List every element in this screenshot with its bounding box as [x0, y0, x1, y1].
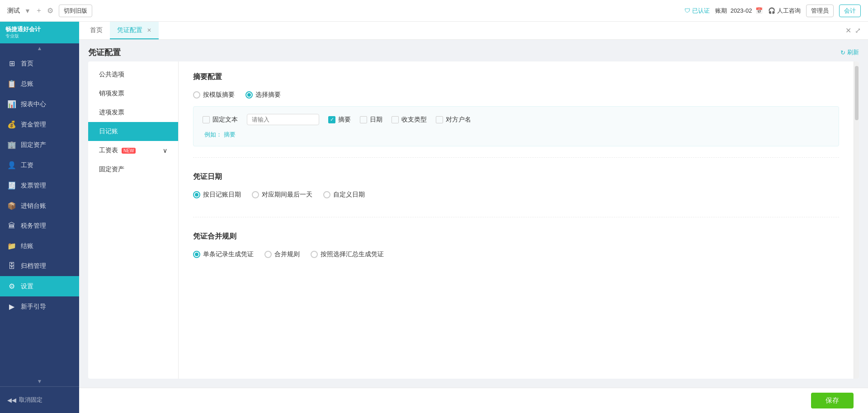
checkbox-box-summary: ✓ [328, 116, 335, 123]
checkbox-date[interactable]: 日期 [360, 116, 382, 124]
logo-main: 畅捷通好会计 [5, 26, 41, 33]
workspace-dropdown-icon[interactable]: ▼ [24, 7, 31, 14]
payroll-expand-icon: ∨ [163, 147, 167, 154]
radio-circle-merge-rules [264, 251, 272, 258]
fixed-text-input[interactable] [247, 114, 319, 125]
home-icon: ⊞ [7, 59, 16, 68]
switch-version-button[interactable]: 切到旧版 [59, 5, 92, 17]
radio-period-last[interactable]: 对应期间最后一天 [252, 191, 312, 199]
radio-select-summary[interactable]: 选择摘要 [245, 91, 281, 99]
settings-icon[interactable]: ⚙ [47, 6, 53, 15]
checkbox-counterpart[interactable]: 对方户名 [436, 116, 471, 124]
example-text: 例如： 摘要 [203, 131, 830, 139]
sidebar-item-salary[interactable]: 👤 工资 [0, 155, 79, 175]
main-layout: 畅捷通好会计 专业版 ▲ ⊞ 首页 📋 总账 📊 报表中心 💰 资金管理 [0, 22, 868, 413]
sidebar-item-capital[interactable]: 💰 资金管理 [0, 114, 79, 135]
headset-icon: 🎧 [768, 7, 775, 14]
sidebar-item-invoice[interactable]: 🧾 发票管理 [0, 175, 79, 196]
left-nav-public[interactable]: 公共选项 [88, 65, 178, 84]
voucher-date-title: 凭证日期 [193, 172, 839, 182]
consult-button[interactable]: 🎧 人工咨询 [768, 7, 801, 15]
sidebar: 畅捷通好会计 专业版 ▲ ⊞ 首页 📋 总账 📊 报表中心 💰 资金管理 [0, 22, 79, 413]
sidebar-scroll-up[interactable]: ▲ [0, 43, 79, 53]
summary-config-title: 摘要配置 [193, 72, 839, 82]
radio-circle-select [245, 91, 253, 99]
page-title: 凭证配置 [88, 47, 121, 58]
cancel-pin-button[interactable]: ◀◀ 取消固定 [0, 391, 79, 408]
left-nav-payroll[interactable]: 工资表 NEW ∨ [88, 141, 178, 160]
page-header: 凭证配置 ↻ 刷新 [79, 40, 868, 61]
sidebar-item-ledger[interactable]: 📋 总账 [0, 74, 79, 94]
radio-circle-period-last [252, 191, 259, 198]
tab-bar-actions: ✕ ⤢ [845, 22, 864, 39]
left-nav-fixed-assets[interactable]: 固定资产 [88, 160, 178, 179]
new-badge: NEW [122, 148, 136, 154]
sidebar-bottom: ◀◀ 取消固定 [0, 386, 79, 413]
radio-template-summary[interactable]: 按模版摘要 [193, 91, 235, 99]
ledger-icon: 📋 [7, 80, 16, 88]
checkbox-payment-type[interactable]: 收支类型 [392, 116, 427, 124]
scrollbar-thumb[interactable] [855, 66, 859, 120]
sidebar-logo: 畅捷通好会计 专业版 [0, 22, 79, 43]
radio-custom-date[interactable]: 自定义日期 [323, 191, 365, 199]
tab-bar: 首页 凭证配置 ✕ ✕ ⤢ [79, 22, 868, 40]
left-nav-purchase-invoice[interactable]: 进项发票 [88, 103, 178, 122]
tab-expand-button[interactable]: ⤢ [855, 26, 861, 35]
checkbox-summary[interactable]: ✓ 摘要 [328, 116, 351, 124]
radio-single[interactable]: 单条记录生成凭证 [193, 250, 254, 258]
radio-merge-rules[interactable]: 合并规则 [264, 250, 300, 258]
right-scrollbar[interactable] [854, 61, 859, 379]
radio-circle-custom-date [323, 191, 330, 198]
left-nav-journal[interactable]: 日记账 [88, 122, 178, 141]
checkbox-box-fixed [203, 116, 210, 123]
checkbox-box-payment [392, 116, 399, 123]
voucher-date-radio-group: 按日记账日期 对应期间最后一天 自定义日期 [193, 191, 839, 199]
left-nav-sales-invoice[interactable]: 销项发票 [88, 84, 178, 103]
checkbox-box-date [360, 116, 367, 123]
admin-button[interactable]: 管理员 [806, 5, 834, 17]
sidebar-item-assets[interactable]: 🏢 固定资产 [0, 135, 79, 155]
report-icon: 📊 [7, 100, 16, 108]
tab-close-button[interactable]: ✕ [845, 26, 851, 35]
radio-select-merge[interactable]: 按照选择汇总生成凭证 [311, 250, 384, 258]
salary-icon: 👤 [7, 161, 16, 169]
left-nav: 公共选项 销项发票 进项发票 日记账 工资表 NEW ∨ [88, 61, 179, 379]
certified-badge: 🛡 已认证 [684, 7, 710, 15]
checkbox-box-counterpart [436, 116, 443, 123]
radio-circle-journal-date [193, 191, 200, 198]
accountant-button[interactable]: 会计 [839, 5, 861, 17]
save-button[interactable]: 保存 [811, 393, 854, 408]
sidebar-item-archive[interactable]: 🗄 归档管理 [0, 256, 79, 276]
tab-home[interactable]: 首页 [83, 22, 110, 39]
section-summary-config: 摘要配置 按模版摘要 选择摘要 [193, 72, 839, 158]
checkout-icon: 📁 [7, 242, 16, 250]
top-bar-right: 🛡 已认证 账期 2023-02 📅 🎧 人工咨询 管理员 会计 [684, 5, 861, 17]
purchase-icon: 📦 [7, 202, 16, 210]
sidebar-item-report[interactable]: 📊 报表中心 [0, 94, 79, 114]
checkbox-fixed-text[interactable]: 固定文本 [203, 116, 238, 124]
tax-icon: 🏛 [7, 222, 16, 230]
sidebar-scroll-down[interactable]: ▼ [0, 376, 79, 386]
guide-icon: ▶ [7, 302, 16, 311]
sidebar-item-settings[interactable]: ⚙ 设置 [0, 276, 79, 296]
sidebar-item-checkout[interactable]: 📁 结账 [0, 236, 79, 256]
content-area: 首页 凭证配置 ✕ ✕ ⤢ 凭证配置 ↻ 刷新 公共选项 [79, 22, 868, 413]
refresh-button[interactable]: ↻ 刷新 [840, 48, 859, 56]
logo-sub: 专业版 [5, 33, 41, 39]
workspace-area: 测试 ▼ ＋ ⚙ [7, 6, 53, 15]
sidebar-item-guide[interactable]: ▶ 新手引导 [0, 296, 79, 317]
sidebar-item-tax[interactable]: 🏛 税务管理 [0, 216, 79, 236]
sidebar-item-purchase[interactable]: 📦 进销台账 [0, 196, 79, 216]
tab-voucher-config[interactable]: 凭证配置 ✕ [110, 22, 159, 39]
tab-close-voucher-config[interactable]: ✕ [147, 27, 151, 33]
voucher-merge-title: 凭证合并规则 [193, 232, 839, 241]
sidebar-item-home[interactable]: ⊞ 首页 [0, 53, 79, 74]
calendar-icon[interactable]: 📅 [755, 7, 763, 14]
bottom-bar: 保存 [79, 388, 868, 413]
top-bar: 测试 ▼ ＋ ⚙ 切到旧版 🛡 已认证 账期 2023-02 📅 🎧 人工咨询 … [0, 0, 868, 22]
sidebar-menu: ⊞ 首页 📋 总账 📊 报表中心 💰 资金管理 🏢 固定资产 👤 工资 [0, 53, 79, 376]
archive-icon: 🗄 [7, 262, 16, 270]
voucher-merge-radio-group: 单条记录生成凭证 合并规则 按照选择汇总生成凭证 [193, 250, 839, 258]
add-workspace-icon[interactable]: ＋ [35, 6, 42, 15]
radio-journal-date[interactable]: 按日记账日期 [193, 191, 241, 199]
